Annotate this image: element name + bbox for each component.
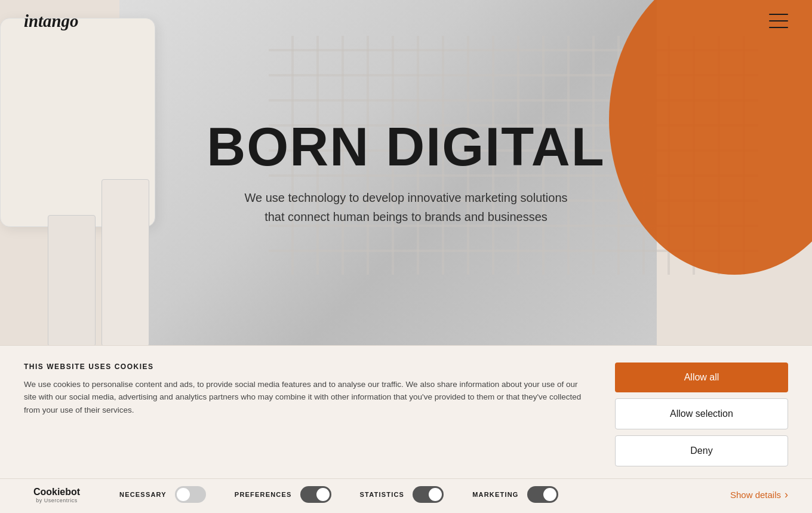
allow-selection-button[interactable]: Allow selection (615, 398, 788, 429)
cookiebot-sub: by Usercentrics (36, 497, 78, 503)
hero-subtitle-line1: We use technology to develop innovative … (244, 191, 567, 204)
svg-text:intango: intango (24, 11, 78, 30)
toggle-preferences-switch[interactable] (300, 486, 331, 503)
hero-subtitle: We use technology to develop innovative … (207, 188, 605, 226)
device-stack-2 (102, 179, 149, 346)
cookie-banner: THIS WEBSITE USES COOKIES We use cookies… (0, 345, 812, 513)
cookie-banner-title: THIS WEBSITE USES COOKIES (24, 363, 591, 371)
cookie-text-area: THIS WEBSITE USES COOKIES We use cookies… (24, 363, 591, 417)
toggle-necessary: NECESSARY (119, 486, 206, 503)
hero-title: BORN DIGITAL (207, 120, 605, 174)
cookie-buttons: Allow all Allow selection Deny (615, 363, 788, 466)
menu-line-3 (769, 27, 788, 28)
logo: intango (24, 10, 97, 32)
toggle-statistics-switch[interactable] (413, 486, 444, 503)
hero-content: BORN DIGITAL We use technology to develo… (207, 120, 605, 226)
allow-all-button[interactable]: Allow all (615, 363, 788, 392)
toggle-marketing-label: MARKETING (472, 491, 518, 498)
cookie-main-area: THIS WEBSITE USES COOKIES We use cookies… (0, 346, 812, 478)
hamburger-menu-button[interactable] (769, 14, 788, 28)
device-stack-1 (48, 215, 96, 346)
cookie-footer: Cookiebot by Usercentrics NECESSARY PREF… (0, 478, 812, 513)
toggle-necessary-switch[interactable] (175, 486, 206, 503)
hero-subtitle-line2: that connect human beings to brands and … (264, 210, 548, 223)
toggle-marketing: MARKETING (472, 486, 558, 503)
cookiebot-logo: Cookiebot by Usercentrics (24, 486, 90, 503)
toggle-necessary-label: NECESSARY (119, 491, 167, 498)
hero-section: intango BORN DIGITAL We use technology t… (0, 0, 812, 346)
chevron-right-icon: › (785, 489, 788, 501)
show-details-button[interactable]: Show details › (730, 489, 788, 501)
menu-line-2 (769, 20, 788, 21)
intango-logo: intango (24, 10, 97, 32)
cookiebot-name: Cookiebot (33, 486, 80, 497)
toggle-statistics-label: STATISTICS (360, 491, 405, 498)
toggle-preferences-label: PREFERENCES (235, 491, 292, 498)
show-details-label: Show details (730, 490, 781, 500)
navbar: intango (0, 0, 812, 42)
toggle-preferences: PREFERENCES (235, 486, 331, 503)
deny-button[interactable]: Deny (615, 435, 788, 466)
toggle-marketing-switch[interactable] (527, 486, 558, 503)
cookie-toggle-group: NECESSARY PREFERENCES STATISTICS MARKETI… (119, 486, 700, 503)
cookie-banner-body: We use cookies to personalise content an… (24, 378, 591, 417)
toggle-statistics: STATISTICS (360, 486, 444, 503)
menu-line-1 (769, 14, 788, 15)
